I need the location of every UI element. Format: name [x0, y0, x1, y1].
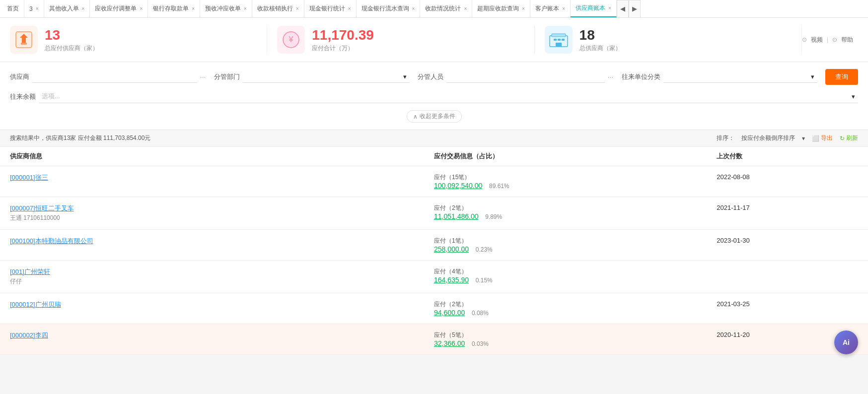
tab-cash-bank-stat[interactable]: 现金银行统计 ×	[304, 0, 357, 17]
tab-supplier-ledger[interactable]: 供应商账本 ×	[571, 0, 617, 17]
supplier-dots-icon[interactable]: ···	[200, 73, 206, 81]
close-icon[interactable]: ×	[522, 6, 525, 11]
supplier-cell: [000012]广州贝瑞	[10, 300, 434, 317]
trans-amount[interactable]: 32,366.00	[434, 339, 465, 347]
tab-collection-stat[interactable]: 收款情况统计 ×	[420, 0, 472, 17]
supplier-link[interactable]: [000002]李四	[10, 331, 434, 340]
table-row: [000001]张三 应付（15笔） 100,092,540.00 89.61%…	[0, 166, 868, 197]
svg-rect-9	[562, 39, 565, 41]
tab-home[interactable]: 首页	[2, 0, 24, 17]
supplier-link[interactable]: [001]广州荣轩	[10, 267, 434, 276]
tab-prepay-label: 预收冲应收单	[205, 4, 241, 13]
ai-label: Ai	[843, 338, 850, 346]
close-icon[interactable]: ×	[608, 5, 611, 11]
supplier-cell: [000002]李四	[10, 331, 434, 347]
trans-pct: 9.89%	[485, 213, 502, 220]
refresh-button[interactable]: ↻ 刷新	[840, 134, 858, 142]
total-suppliers-icon	[545, 26, 573, 54]
person-dots-icon[interactable]: ···	[608, 73, 614, 81]
tab-overdue-ar[interactable]: 超期应收款查询 ×	[472, 0, 530, 17]
person-input[interactable]	[446, 71, 605, 83]
filter-dept: 分管部门 ▾	[214, 71, 410, 83]
tab-collection[interactable]: 收款核销执行 ×	[252, 0, 304, 17]
close-icon[interactable]: ×	[244, 6, 247, 11]
svg-rect-8	[558, 39, 561, 41]
trans-amount[interactable]: 94,600.00	[434, 309, 465, 317]
trans-cell: 应付（5笔） 32,366.00 0.03%	[434, 331, 717, 347]
trans-amount[interactable]: 100,092,540.00	[434, 182, 482, 190]
close-icon[interactable]: ×	[464, 6, 467, 11]
sort-select[interactable]: 按应付余额倒序排序	[741, 134, 795, 142]
circle-help-icon: ⊙	[832, 36, 837, 43]
table-row: [000002]李四 应付（5笔） 32,366.00 0.03% 2020-1…	[0, 324, 868, 355]
stat-total-suppliers-text: 18 总供应商（家）	[579, 27, 621, 53]
trans-cell: 应付（4笔） 164,635.90 0.15%	[434, 267, 717, 286]
nav-next-button[interactable]: ▶	[629, 0, 641, 18]
filter-supplier: 供应商 ···	[10, 71, 206, 83]
supplier-link[interactable]: [000100]本特勤油品有限公司	[10, 237, 434, 246]
tab-cash-bank-flow[interactable]: 现金银行流水查询 ×	[357, 0, 421, 17]
video-link[interactable]: 视频	[811, 36, 823, 44]
close-icon[interactable]: ×	[192, 6, 195, 11]
close-icon[interactable]: ×	[36, 6, 39, 11]
tab-bank-deposit[interactable]: 银行存取款单 ×	[148, 0, 200, 17]
close-icon[interactable]: ×	[82, 6, 85, 11]
collapse-button[interactable]: ∧ 收起更多条件	[407, 110, 462, 123]
tab-cash-bank-flow-label: 现金银行流水查询	[362, 4, 409, 13]
col-last-payment: 上次付数	[717, 152, 858, 161]
svg-rect-7	[554, 39, 557, 41]
stat-total-suppliers-label: 总供应商（家）	[579, 44, 621, 53]
export-icon: ⬜	[812, 135, 819, 142]
nav-prev-button[interactable]: ◀	[617, 0, 629, 18]
result-bar: 搜索结果中，供应商13家 应付金额 111,703,854.00元 排序： 按应…	[0, 130, 868, 147]
supplier-input[interactable]	[32, 71, 197, 83]
tab-ar-ap-adjust[interactable]: 应收应付调整单 ×	[90, 0, 148, 17]
close-icon[interactable]: ×	[562, 6, 565, 11]
close-icon[interactable]: ×	[348, 6, 351, 11]
payable-icon	[10, 26, 38, 54]
trans-pct: 0.15%	[476, 277, 493, 284]
trans-label: 应付（1笔）	[434, 237, 717, 245]
trans-label: 应付（5笔）	[434, 331, 717, 339]
payable-total-icon: ¥	[277, 26, 305, 54]
tab-collection-stat-label: 收款情况统计	[425, 4, 461, 13]
export-button[interactable]: ⬜ 导出	[812, 134, 833, 142]
filter-collapse-area: ∧ 收起更多条件	[10, 108, 858, 125]
balance-dropdown-icon: ▾	[852, 93, 855, 100]
supplier-link[interactable]: [000007]恒旺二手叉车	[10, 204, 434, 213]
supplier-link[interactable]: [000012]广州贝瑞	[10, 300, 434, 309]
close-icon[interactable]: ×	[412, 6, 415, 11]
category-select[interactable]: ▾	[663, 71, 818, 83]
dept-select[interactable]: ▾	[243, 71, 410, 83]
query-button[interactable]: 查询	[825, 69, 858, 85]
filter-category: 往来单位分类 ▾	[622, 71, 818, 83]
stat-total-suppliers-number: 18	[579, 27, 621, 44]
ai-button[interactable]: Ai	[834, 330, 858, 354]
category-dropdown-icon: ▾	[811, 73, 814, 80]
tab-3[interactable]: 3 ×	[24, 0, 44, 17]
supplier-link[interactable]: [000001]张三	[10, 173, 434, 182]
tab-cash-bank-stat-label: 现金银行统计	[309, 4, 345, 13]
dept-filter-label: 分管部门	[214, 72, 240, 81]
close-icon[interactable]: ×	[296, 6, 299, 11]
tab-prepay[interactable]: 预收冲应收单 ×	[200, 0, 252, 17]
tab-customer-ledger[interactable]: 客户账本 ×	[530, 0, 571, 17]
tab-bank-deposit-label: 银行存取款单	[153, 4, 189, 13]
close-icon[interactable]: ×	[140, 6, 143, 11]
trans-amount[interactable]: 164,635.90	[434, 276, 469, 284]
result-summary: 搜索结果中，供应商13家 应付金额 111,703,854.00元	[10, 134, 150, 142]
trans-label: 应付（2笔）	[434, 204, 717, 212]
help-link[interactable]: 帮助	[841, 36, 853, 44]
trans-cell: 应付（2笔） 94,600.00 0.08%	[434, 300, 717, 317]
circle-video-icon: ⊙	[802, 36, 807, 43]
export-label: 导出	[821, 134, 833, 142]
trans-amount[interactable]: 258,000.00	[434, 245, 469, 253]
sort-dropdown-icon[interactable]: ▾	[802, 135, 805, 142]
stat-payable-suppliers: 13 总应付供应商（家）	[10, 26, 267, 54]
filter-section: 供应商 ··· 分管部门 ▾ 分管人员 ··· 往来单位分类 ▾ 查询 往来	[0, 62, 868, 130]
last-payment-date: 2021-03-25	[717, 300, 858, 317]
trans-amount[interactable]: 11,051,486.00	[434, 212, 479, 220]
tab-other-income[interactable]: 其他收入单 ×	[44, 0, 90, 17]
supplier-cell: [000001]张三	[10, 173, 434, 190]
balance-select[interactable]: 选项... ▾	[39, 90, 858, 103]
